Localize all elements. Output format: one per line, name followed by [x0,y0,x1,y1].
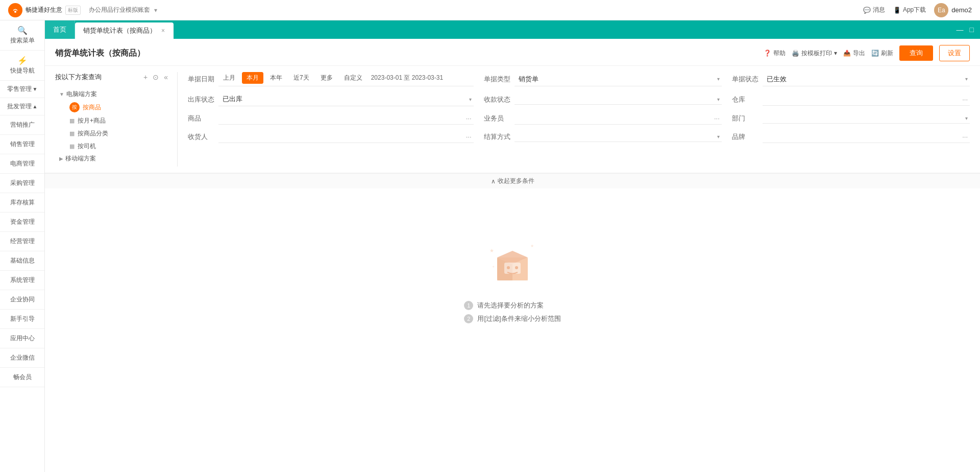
tree-node-mobile[interactable]: ▶ 移动端方案 [55,153,169,164]
settings-btn[interactable]: 设置 [939,45,970,61]
sidebar-item-sales[interactable]: 销售管理 [0,135,44,154]
scheme-item-by-category[interactable]: ▦ 按商品分类 [65,127,169,140]
sidebar-item-basic[interactable]: 基础信息 [0,251,44,271]
scheme-item-by-goods[interactable]: 按 按商品 [65,100,169,114]
refresh-label: 刷新 [881,49,893,58]
app-download-label: App下载 [903,6,926,14]
scheme-item-by-month-goods[interactable]: ▦ 按月+商品 [65,114,169,127]
user-avatar-area[interactable]: Ea demo2 [934,3,972,17]
date-custom-btn[interactable]: 自定义 [339,72,367,84]
empty-state: ★ ★ ★ 1 请先选择要分析的方案 2 用[过滤]条件来缩小分析范围 [45,188,980,364]
print-dropdown-arrow[interactable]: ▾ [834,50,837,57]
settlement-select[interactable]: ▾ [514,132,722,142]
logo-area: 畅捷通好生意 标版 [8,3,81,17]
message-btn[interactable]: 💬 消息 [863,6,885,14]
tab-active[interactable]: 销货单统计表（按商品） × [75,22,174,39]
sidebar-item-operation[interactable]: 经营管理 [0,232,44,251]
receiver-select[interactable]: ··· [218,131,474,143]
scheme-add-btn[interactable]: + [142,72,149,82]
date-this-month-btn[interactable]: 本月 [242,72,263,84]
scheme-actions: + ⊙ « [142,72,169,82]
sidebar-item-wholesale[interactable]: 批发管理 ▲ [0,98,44,115]
sidebar-label-system: 系统管理 [2,276,42,285]
app-download-btn[interactable]: 📱 App下载 [893,6,926,14]
tab-home[interactable]: 首页 [45,20,75,39]
scheme-settings-btn[interactable]: ⊙ [152,72,160,82]
sidebar-item-retail[interactable]: 零售管理 ▼ [0,81,44,98]
sidebar-item-appstore[interactable]: 应用中心 [0,329,44,348]
message-label: 消息 [873,6,885,14]
help-btn[interactable]: ❓ 帮助 [764,49,786,58]
message-icon: 💬 [863,7,871,14]
tip-num-2: 2 [464,314,473,323]
brand-select[interactable]: ··· [763,131,970,143]
sidebar-item-search[interactable]: 🔍 搜索菜单 [0,20,44,51]
sidebar-item-inventory[interactable]: 库存核算 [0,193,44,213]
date-7days-btn[interactable]: 近7天 [289,72,314,84]
date-more-btn[interactable]: 更多 [316,72,337,84]
tab-maximize-btn[interactable]: □ [968,25,976,35]
sidebar-label-wholesale: 批发管理 [7,102,32,111]
receiver-dots[interactable]: ··· [466,133,472,140]
sidebar-label-marketing: 营销推广 [2,121,42,129]
sidebar-item-enterprise[interactable]: 企业协同 [0,290,44,310]
out-status-select[interactable]: 已出库 ▾ [218,92,474,106]
avatar-text: Ea [938,7,945,14]
brand-dots[interactable]: ··· [962,133,968,140]
doc-type-select[interactable]: 销货单 ▾ [514,73,722,86]
goods-select[interactable]: ··· [218,112,474,125]
svg-point-1 [14,11,16,13]
sidebar-label-search: 搜索菜单 [2,36,42,45]
collapse-more-btn[interactable]: ∧ 收起更多条件 [45,173,980,188]
receipt-status-select[interactable]: ▾ [514,95,722,105]
scheme-item-by-driver[interactable]: ▦ 按司机 [65,140,169,153]
refresh-btn[interactable]: 🔄 刷新 [871,49,893,58]
logo-text: 畅捷通好生意 [26,6,62,14]
salesperson-select[interactable]: ··· [514,112,722,125]
date-this-year-btn[interactable]: 本年 [265,72,287,84]
active-scheme-icon: 按 [69,102,80,112]
mobile-group-label: 移动端方案 [65,154,96,163]
goods-dots[interactable]: ··· [466,114,472,122]
warehouse-dots[interactable]: ··· [962,96,968,103]
category-icon: ▦ [69,130,75,137]
sidebar-item-wechat[interactable]: 企业微信 [0,348,44,368]
filter-brand-field: 品牌 ··· [732,131,970,143]
tab-bar-actions: — □ [954,25,980,35]
filter-row-1: 单据日期 上月 本月 本年 近7天 更多 自定义 2023-03-01 至 20… [188,72,970,86]
print-btn[interactable]: 🖨️ 按模板打印 ▾ [792,49,837,58]
salesperson-dots[interactable]: ··· [714,114,720,122]
sidebar-item-quick-nav[interactable]: ⚡ 快捷导航 [0,51,44,81]
collapse-up-icon: ∧ [491,178,496,185]
warehouse-select[interactable]: ··· [763,93,970,106]
receipt-status-arrow: ▾ [717,97,720,102]
sidebar-label-ecommerce: 电商管理 [2,159,42,168]
tab-minimize-btn[interactable]: — [954,25,966,35]
filter-goods-field: 商品 ··· [188,112,474,125]
date-prev-month-btn[interactable]: 上月 [218,72,240,84]
app-dropdown-arrow[interactable]: ▾ [154,7,157,14]
tab-close-btn[interactable]: × [161,27,165,34]
sidebar-item-marketing[interactable]: 营销推广 [0,115,44,135]
out-status-label: 出库状态 [188,95,218,104]
main-layout: 🔍 搜索菜单 ⚡ 快捷导航 零售管理 ▼ 批发管理 ▲ 营销推广 销售管理 电商… [0,20,980,472]
scheme-collapse-btn[interactable]: « [163,72,169,82]
sidebar-label-enterprise: 企业协同 [2,295,42,304]
sidebar-item-member[interactable]: 畅会员 [0,368,44,387]
sidebar-item-finance[interactable]: 资金管理 [0,213,44,232]
query-btn[interactable]: 查询 [899,45,933,61]
svg-text:★: ★ [530,244,534,248]
filter-fields-panel: 单据日期 上月 本月 本年 近7天 更多 自定义 2023-03-01 至 20… [178,72,970,167]
driver-icon: ▦ [69,143,75,150]
doc-status-select[interactable]: 已生效 ▾ [763,73,970,86]
sidebar-item-purchase[interactable]: 采购管理 [0,174,44,193]
sidebar-item-ecommerce[interactable]: 电商管理 [0,154,44,174]
filter-doc-type-field: 单据类型 销货单 ▾ [484,73,722,86]
tree-node-desktop[interactable]: ▼ 电脑端方案 [55,88,169,100]
sidebar-item-newbie[interactable]: 新手引导 [0,310,44,329]
export-btn[interactable]: 📤 导出 [843,49,865,58]
filter-settlement-field: 结算方式 ▾ [484,132,722,142]
sidebar-item-system[interactable]: 系统管理 [0,271,44,290]
dept-select[interactable]: ▾ [763,113,970,124]
app-download-icon: 📱 [893,7,901,14]
